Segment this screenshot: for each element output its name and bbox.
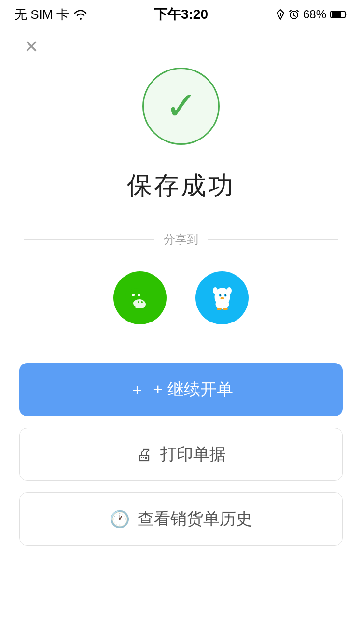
share-divider: 分享到 — [0, 232, 362, 247]
share-icons-container — [113, 271, 249, 324]
svg-point-20 — [213, 287, 218, 294]
svg-point-17 — [215, 299, 229, 309]
svg-rect-2 — [332, 12, 341, 17]
status-right: 68% — [276, 8, 348, 21]
history-label: 查看销货单历史 — [138, 508, 252, 530]
print-button[interactable]: 🖨 打印单据 — [19, 428, 343, 481]
success-title: 保存成功 — [127, 169, 235, 203]
history-button[interactable]: 🕐 查看销货单历史 — [19, 492, 343, 546]
wechat-share-button[interactable] — [113, 271, 167, 324]
main-content: ✓ 保存成功 分享到 — [0, 29, 362, 546]
print-label: 打印单据 — [160, 443, 226, 465]
share-label: 分享到 — [154, 232, 208, 247]
wechat-logo — [125, 285, 156, 311]
checkmark-icon: ✓ — [165, 87, 197, 126]
close-button[interactable]: ✕ — [19, 35, 43, 59]
battery-icon — [330, 10, 348, 19]
wifi-icon — [74, 9, 87, 20]
svg-point-19 — [223, 308, 228, 310]
svg-point-5 — [132, 294, 135, 296]
svg-point-18 — [217, 308, 222, 310]
close-icon: ✕ — [24, 38, 39, 56]
divider-line-left — [24, 239, 154, 240]
print-icon: 🖨 — [136, 445, 153, 464]
sim-status: 无 SIM 卡 — [14, 6, 69, 23]
svg-point-15 — [225, 295, 226, 296]
success-indicator: ✓ — [142, 68, 220, 145]
clock-icon: 🕐 — [110, 509, 130, 529]
battery-percent: 68% — [303, 8, 326, 21]
alarm-icon — [289, 9, 299, 20]
status-left: 无 SIM 卡 — [14, 6, 87, 23]
svg-point-21 — [227, 287, 232, 294]
svg-point-6 — [138, 294, 140, 296]
status-bar: 无 SIM 卡 下午3:20 68% — [0, 0, 362, 29]
plus-icon: ＋ — [129, 378, 145, 401]
svg-point-14 — [220, 295, 221, 296]
svg-point-16 — [220, 297, 224, 300]
continue-label: + 继续开单 — [153, 378, 233, 401]
status-time: 下午3:20 — [154, 5, 208, 24]
svg-point-7 — [138, 301, 139, 303]
continue-button[interactable]: ＋ + 继续开单 — [19, 363, 343, 416]
divider-line-right — [208, 239, 338, 240]
qq-logo — [209, 283, 236, 312]
location-icon — [276, 9, 285, 20]
qq-share-button[interactable] — [195, 271, 249, 324]
action-buttons: ＋ + 继续开单 🖨 打印单据 🕐 查看销货单历史 — [0, 363, 362, 546]
svg-point-8 — [141, 301, 143, 303]
